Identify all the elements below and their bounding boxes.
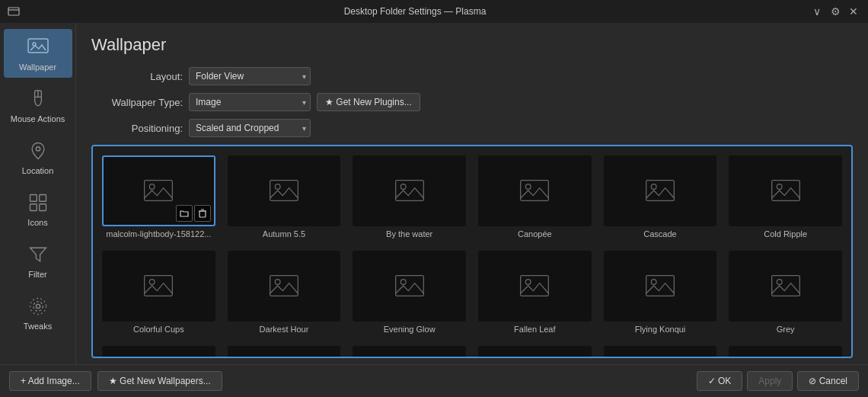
titlebar: Desktop Folder Settings — Plasma ∨ ⚙ ✕ bbox=[0, 0, 868, 23]
positioning-select-wrapper: Scaled and Cropped Centered Tiled Stretc… bbox=[189, 119, 311, 137]
svg-point-17 bbox=[150, 184, 155, 190]
svg-marker-12 bbox=[30, 248, 46, 261]
wallpaper-item[interactable]: Autumn 5.5 bbox=[225, 152, 344, 242]
svg-point-28 bbox=[651, 184, 656, 190]
app-icon bbox=[8, 5, 20, 18]
sidebar-item-wallpaper[interactable]: Wallpaper bbox=[4, 29, 72, 78]
location-icon bbox=[26, 139, 50, 163]
wallpaper-name: Evening Glow bbox=[384, 325, 436, 334]
filter-icon bbox=[26, 242, 50, 267]
bottom-left: + Add Image... ★ Get New Wallpapers... bbox=[9, 371, 222, 391]
svg-point-32 bbox=[150, 280, 155, 285]
right-panel: Wallpaper Layout: Folder View Desktop Wa… bbox=[76, 23, 868, 364]
image-placeholder-icon bbox=[771, 175, 801, 206]
sidebar-tweaks-label: Tweaks bbox=[24, 322, 52, 331]
window-title: Desktop Folder Settings — Plasma bbox=[20, 6, 810, 17]
wallpaper-item[interactable]: Canopée bbox=[475, 152, 595, 242]
svg-point-14 bbox=[33, 302, 42, 311]
image-placeholder-icon bbox=[394, 271, 425, 301]
image-placeholder-icon bbox=[771, 271, 801, 301]
wallpaper-thumb bbox=[478, 251, 592, 322]
wallpaper-thumb bbox=[228, 155, 341, 226]
svg-rect-33 bbox=[270, 276, 298, 296]
wallpaper-thumb bbox=[353, 346, 466, 358]
wallpaper-thumb bbox=[353, 251, 466, 322]
wallpaper-name: Colorful Cups bbox=[133, 325, 184, 334]
wallpaper-thumb bbox=[604, 155, 717, 226]
wallpaper-item[interactable]: malcolm-lightbody-158122... bbox=[99, 152, 219, 242]
minimize-button[interactable]: ∨ bbox=[810, 5, 824, 18]
svg-rect-16 bbox=[145, 181, 173, 201]
svg-rect-31 bbox=[145, 276, 173, 296]
cancel-button[interactable]: ⊘ Cancel bbox=[797, 371, 859, 391]
wallpaper-thumb bbox=[478, 346, 592, 358]
positioning-select[interactable]: Scaled and Cropped Centered Tiled Stretc… bbox=[189, 119, 311, 137]
svg-rect-25 bbox=[521, 181, 549, 201]
wallpaper-item[interactable] bbox=[349, 343, 469, 358]
sidebar-item-location[interactable]: Location bbox=[4, 133, 72, 181]
wallpaper-item[interactable]: Cold Ripple bbox=[726, 152, 845, 242]
wallpaper-item[interactable]: Cascade bbox=[601, 152, 720, 242]
svg-rect-18 bbox=[199, 211, 206, 217]
wallpaper-type-select[interactable]: Image Color Slideshow bbox=[189, 93, 311, 111]
wallpaper-item[interactable] bbox=[225, 343, 344, 358]
wallpaper-thumb bbox=[102, 346, 215, 358]
wallpaper-item[interactable]: Flying Konqui bbox=[601, 248, 720, 337]
svg-rect-41 bbox=[771, 276, 799, 296]
wallpaper-icon bbox=[26, 35, 50, 59]
svg-point-7 bbox=[36, 147, 40, 151]
svg-point-36 bbox=[400, 280, 406, 285]
wallpaper-thumb bbox=[228, 346, 341, 358]
get-new-wallpapers-button[interactable]: ★ Get New Wallpapers... bbox=[97, 371, 222, 391]
folder-button[interactable] bbox=[176, 205, 193, 222]
wallpaper-thumb bbox=[729, 346, 842, 358]
image-placeholder-icon bbox=[519, 175, 550, 206]
image-placeholder-icon bbox=[394, 175, 425, 206]
svg-point-30 bbox=[777, 184, 782, 190]
wallpaper-type-label: Wallpaper Type: bbox=[91, 97, 183, 108]
wallpaper-thumb bbox=[604, 251, 717, 322]
titlebar-buttons: ∨ ⚙ ✕ bbox=[810, 5, 860, 18]
wallpaper-item[interactable] bbox=[99, 343, 219, 358]
sidebar: Wallpaper Mouse Actions Location bbox=[0, 23, 76, 364]
wallpaper-name: Cold Ripple bbox=[764, 229, 807, 239]
layout-select-wrapper: Folder View Desktop bbox=[189, 67, 311, 85]
delete-button[interactable] bbox=[194, 205, 211, 222]
apply-button[interactable]: Apply bbox=[747, 371, 793, 391]
layout-select[interactable]: Folder View Desktop bbox=[189, 67, 311, 85]
svg-point-40 bbox=[651, 280, 656, 285]
wallpaper-item[interactable]: Darkest Hour bbox=[225, 248, 344, 337]
svg-rect-27 bbox=[646, 181, 675, 201]
close-button[interactable]: ✕ bbox=[847, 5, 860, 18]
wallpaper-name: By the water bbox=[386, 229, 432, 239]
sidebar-item-tweaks[interactable]: Tweaks bbox=[4, 288, 72, 337]
bottom-bar: + Add Image... ★ Get New Wallpapers... ✓… bbox=[0, 364, 868, 397]
svg-rect-35 bbox=[395, 276, 423, 296]
positioning-row: Positioning: Scaled and Cropped Centered… bbox=[91, 119, 853, 137]
wallpaper-item[interactable] bbox=[726, 343, 845, 358]
wallpaper-item[interactable]: Colorful Cups bbox=[99, 248, 219, 337]
wallpaper-name: Grey bbox=[777, 325, 795, 334]
svg-rect-11 bbox=[39, 204, 46, 211]
svg-rect-0 bbox=[8, 8, 19, 15]
wallpaper-item[interactable]: Grey bbox=[726, 248, 845, 337]
add-image-button[interactable]: + Add Image... bbox=[9, 371, 91, 391]
wallpaper-thumb bbox=[729, 155, 842, 226]
wallpaper-item[interactable]: Evening Glow bbox=[349, 248, 469, 337]
sidebar-item-filter[interactable]: Filter bbox=[4, 236, 72, 285]
wallpaper-item[interactable]: Fallen Leaf bbox=[475, 248, 595, 337]
get-new-plugins-button[interactable]: ★ Get New Plugins... bbox=[317, 93, 420, 111]
image-placeholder-icon bbox=[269, 175, 299, 206]
wallpaper-item[interactable]: By the water bbox=[349, 152, 469, 242]
ok-button[interactable]: ✓ OK bbox=[697, 371, 743, 391]
wallpaper-grid-area[interactable]: malcolm-lightbody-158122... Autumn 5.5 B… bbox=[91, 145, 853, 358]
image-placeholder-icon bbox=[645, 271, 675, 301]
svg-point-13 bbox=[36, 304, 40, 308]
wallpaper-item[interactable] bbox=[475, 343, 595, 358]
wallpaper-item[interactable] bbox=[601, 343, 720, 358]
sidebar-item-icons[interactable]: Icons bbox=[4, 184, 72, 233]
image-placeholder-icon bbox=[269, 271, 299, 301]
sidebar-item-mouse-actions[interactable]: Mouse Actions bbox=[4, 81, 72, 130]
tweaks-icon bbox=[26, 294, 50, 319]
settings-button[interactable]: ⚙ bbox=[828, 5, 842, 18]
